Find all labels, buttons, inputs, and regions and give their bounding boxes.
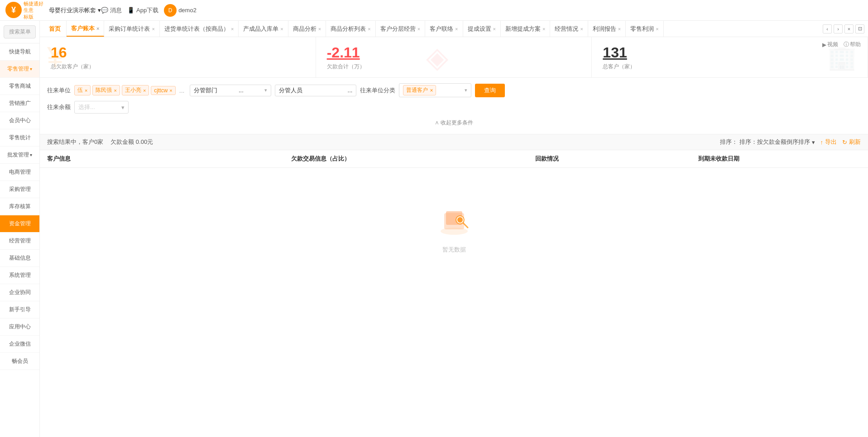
balance-select[interactable]: 选择... ▾ bbox=[74, 101, 129, 114]
sidebar-item-basic-info[interactable]: 基础信息 bbox=[0, 250, 39, 267]
chevron-icon: ▾ bbox=[30, 152, 32, 157]
dept-label: 分管部门 bbox=[194, 86, 217, 95]
sidebar-item-inventory[interactable]: 库存核算 bbox=[0, 198, 39, 215]
user-profile[interactable]: D demo2 bbox=[164, 4, 197, 17]
tab-kehuzb[interactable]: 客户账本 × bbox=[67, 21, 104, 37]
tab-jhbp[interactable]: 进货单统计表（按商品） × bbox=[160, 21, 239, 37]
page-content: ¥ 16 总欠款客户（家） ◈ -2.11 欠款合计（万） 🏢 bbox=[40, 37, 868, 437]
remove-tag-wang[interactable]: × bbox=[143, 88, 146, 93]
remove-tag-chen[interactable]: × bbox=[114, 88, 116, 93]
dept-filter[interactable]: 分管部门 ... ▾ bbox=[190, 85, 271, 96]
search-menu-btn[interactable]: 搜索菜单 bbox=[4, 25, 36, 38]
remove-client-type[interactable]: × bbox=[430, 87, 433, 94]
prev-tabs-btn[interactable]: ‹ bbox=[823, 24, 832, 33]
sidebar-item-enterprise-wechat[interactable]: 企业微信 bbox=[0, 336, 39, 353]
tab-khfc[interactable]: 客户分层经营 × bbox=[376, 21, 425, 37]
stat-label-arrears: 欠款合计（万） bbox=[327, 63, 365, 71]
phone-icon: 📱 bbox=[127, 7, 134, 14]
logo-icon: ¥ bbox=[5, 2, 22, 18]
tab-spfxlb[interactable]: 商品分析列表 × bbox=[326, 21, 375, 37]
sidebar-item-app-center[interactable]: 应用中心 bbox=[0, 318, 39, 336]
account-selector[interactable]: 母婴行业演示帐套 ▾ bbox=[49, 6, 101, 14]
export-icon: ↑ bbox=[820, 139, 824, 146]
tab-spfx[interactable]: 商品分析 × bbox=[288, 21, 326, 37]
filter-tag-chenminqiang: 陈民强 × bbox=[92, 85, 120, 95]
sidebar-item-finance[interactable]: 资金管理 bbox=[0, 215, 39, 233]
filter-tags-unit: 伍 × 陈民强 × 王小亮 × cjttcw × bbox=[74, 85, 186, 95]
filter-tag-cjttcw: cjttcw × bbox=[151, 86, 175, 95]
tab-xztcfa[interactable]: 新增提成方案 × bbox=[501, 21, 550, 37]
app-download-btn[interactable]: 📱 App下载 bbox=[127, 6, 158, 14]
close-tab-spfxlb[interactable]: × bbox=[368, 26, 370, 32]
stat-number-total-clients[interactable]: 131 bbox=[603, 44, 635, 61]
message-btn[interactable]: 💬 消息 bbox=[101, 6, 122, 14]
tab-lrbg[interactable]: 利润报告 × bbox=[588, 21, 626, 37]
close-tab-kehuzb[interactable]: × bbox=[96, 26, 99, 31]
unit-type-filter[interactable]: 普通客户 × ▾ bbox=[399, 83, 471, 97]
sidebar-item-member-center[interactable]: 会员中心 bbox=[0, 112, 39, 129]
sidebar-item-retail-mall[interactable]: 零售商城 bbox=[0, 78, 39, 95]
tab-khlx[interactable]: 客户联络 × bbox=[425, 21, 463, 37]
help-btn[interactable]: ⓘ 帮助 bbox=[844, 41, 861, 48]
filter-row-2: 往来余额 选择... ▾ bbox=[47, 101, 861, 114]
tab-tcsz[interactable]: 提成设置 × bbox=[463, 21, 501, 37]
remove-tag-cj[interactable]: × bbox=[169, 88, 172, 93]
tab-jyqk[interactable]: 经营情况 × bbox=[550, 21, 588, 37]
sidebar-item-operations[interactable]: 经营管理 bbox=[0, 233, 39, 250]
sort-select[interactable]: 排序： 排序：按欠款金额倒序排序 ▾ bbox=[720, 138, 815, 146]
shrink-tabs-btn[interactable]: ⊡ bbox=[855, 24, 864, 33]
sidebar-item-new-guide[interactable]: 新手引导 bbox=[0, 301, 39, 318]
close-tab-ccrk[interactable]: × bbox=[280, 26, 283, 32]
sidebar-item-vip[interactable]: 畅会员 bbox=[0, 353, 39, 370]
sidebar-item-retail-stats[interactable]: 零售统计 bbox=[0, 129, 39, 147]
next-tabs-btn[interactable]: › bbox=[834, 24, 843, 33]
sidebar-item-ecommerce[interactable]: 电商管理 bbox=[0, 164, 39, 181]
remove-tag-wu[interactable]: × bbox=[85, 88, 87, 93]
person-filter[interactable]: 分管人员 ... bbox=[275, 85, 356, 96]
logo-text: 畅捷通好生意 标版 bbox=[24, 0, 45, 20]
close-all-tabs-btn[interactable]: × bbox=[844, 24, 854, 33]
sidebar-item-system[interactable]: 系统管理 bbox=[0, 267, 39, 284]
tab-lslr[interactable]: 零售利润 × bbox=[626, 21, 663, 37]
sidebar-item-quick-nav[interactable]: 快捷导航 bbox=[0, 43, 39, 61]
close-tab-khlx[interactable]: × bbox=[455, 26, 458, 32]
close-tab-jhbp[interactable]: × bbox=[231, 26, 234, 32]
filter-tag-wangxiaoliang: 王小亮 × bbox=[122, 85, 149, 95]
sidebar-item-wholesale[interactable]: 批发管理 ▾ bbox=[0, 147, 39, 164]
sidebar-item-marketing[interactable]: 营销推广 bbox=[0, 95, 39, 112]
sidebar-item-enterprise-collab[interactable]: 企业协同 bbox=[0, 284, 39, 301]
video-help-area: ▶ 视频 ⓘ 帮助 bbox=[822, 41, 861, 48]
close-tab-cgdd[interactable]: × bbox=[152, 26, 154, 32]
sidebar-item-retail-mgmt[interactable]: 零售管理 ▾ bbox=[0, 61, 39, 78]
filter-row-1: 往来单位 伍 × 陈民强 × 王小亮 × bbox=[47, 83, 861, 97]
sort-label: 排序： bbox=[720, 138, 738, 146]
close-tab-xztcfa[interactable]: × bbox=[542, 26, 545, 32]
close-tab-khfc[interactable]: × bbox=[417, 26, 420, 32]
person-label: 分管人员 bbox=[279, 86, 302, 95]
query-button[interactable]: 查询 bbox=[475, 84, 505, 97]
more-tags-btn[interactable]: ... bbox=[177, 86, 187, 95]
result-bar-actions: 排序： 排序：按欠款金额倒序排序 ▾ ↑ 导出 ↻ 刷新 bbox=[720, 138, 861, 146]
tab-home[interactable]: 首页 bbox=[43, 21, 67, 37]
stat-number-customers[interactable]: 16 bbox=[51, 44, 94, 61]
close-tab-jyqk[interactable]: × bbox=[580, 26, 583, 32]
sidebar-item-purchase[interactable]: 采购管理 bbox=[0, 181, 39, 198]
video-btn[interactable]: ▶ 视频 bbox=[822, 41, 838, 48]
close-tab-lslr[interactable]: × bbox=[656, 26, 658, 32]
dept-arrow: ▾ bbox=[264, 87, 267, 93]
export-btn[interactable]: ↑ 导出 bbox=[820, 138, 837, 146]
tab-cgdd[interactable]: 采购订单统计表 × bbox=[104, 21, 159, 37]
close-tab-tcsz[interactable]: × bbox=[493, 26, 496, 32]
logo-area: ¥ 畅捷通好生意 标版 bbox=[5, 0, 45, 20]
refresh-btn[interactable]: ↻ 刷新 bbox=[842, 138, 861, 146]
collapse-btn[interactable]: ∧ 收起更多条件 bbox=[47, 117, 861, 128]
main-layout: 搜索菜单 快捷导航 零售管理 ▾ 零售商城 营销推广 会员中心 零售统计 批发管… bbox=[0, 21, 868, 437]
stat-number-arrears[interactable]: -2.11 bbox=[327, 44, 365, 61]
avatar: D bbox=[164, 4, 177, 17]
arrears-text: 欠款金额 0.00元 bbox=[110, 138, 153, 146]
tab-ccrk[interactable]: 产成品入库单 × bbox=[239, 21, 288, 37]
close-tab-lrbg[interactable]: × bbox=[618, 26, 621, 32]
close-tab-spfx[interactable]: × bbox=[318, 26, 321, 32]
filter-label-unit-type: 往来单位分类 bbox=[360, 86, 395, 95]
filter-tag-wu: 伍 × bbox=[74, 85, 91, 95]
